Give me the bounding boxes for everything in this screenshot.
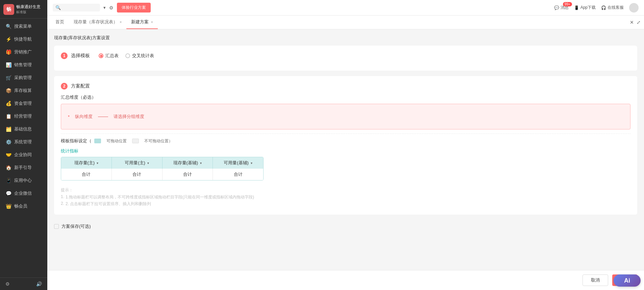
tab-expand-button[interactable]: ⤢ — [637, 20, 641, 25]
sidebar-logo: 畅 畅康通好生意 标准版 — [0, 0, 47, 19]
search-input[interactable] — [62, 5, 96, 10]
tab-new-plan[interactable]: 新建方案 × — [126, 16, 157, 29]
sidebar-item-quick-nav[interactable]: ⚡ 快捷导航 — [0, 33, 47, 46]
tabs-bar: 首页 现存量（库存状况表） × 新建方案 × ✕ ⤢ — [47, 16, 644, 29]
sidebar-nav: 🔍 搜索菜单 ⚡ 快捷导航 🎁 营销推广 📊 销售管理 🛒 采购管理 📦 库存核… — [0, 19, 47, 277]
tab-inventory-close-icon[interactable]: × — [120, 20, 122, 24]
volume-footer-icon[interactable]: 🔊 — [36, 281, 42, 287]
fixed-legend-label: 不可拖动位置） — [144, 138, 173, 144]
app-download-button[interactable]: 📱 App下载 — [574, 5, 596, 10]
sidebar-item-label: 销售管理 — [14, 62, 32, 68]
sidebar-item-sales[interactable]: 📊 销售管理 — [0, 58, 47, 71]
sidebar-item-wechat[interactable]: 💬 企业微信 — [0, 187, 47, 200]
topbar-search-box[interactable]: 🔍 — [53, 4, 100, 11]
phone-icon: 📱 — [574, 5, 579, 10]
tab-inventory-label: 现存量（库存状况表） — [74, 19, 118, 25]
user-avatar[interactable] — [629, 3, 639, 13]
ai-badge[interactable]: Ai — [614, 274, 641, 287]
finance-icon: 💰 — [5, 100, 11, 106]
sidebar-item-basic-info[interactable]: 🗂️ 基础信息 — [0, 123, 47, 136]
settings-footer-icon[interactable]: ⚙ — [5, 281, 10, 287]
sidebar-item-inventory[interactable]: 📦 库存核算 — [0, 84, 47, 97]
bottom-bar: 取消 查询 — [47, 270, 644, 290]
stats-col-1-header[interactable]: 可用量(主) ▾ — [112, 157, 163, 169]
sidebar-item-purchase[interactable]: 🛒 采购管理 — [0, 71, 47, 84]
dim-section-label: 汇总维度（必选） — [61, 94, 630, 100]
sidebar-item-label: 库存核算 — [14, 88, 32, 94]
sidebar-footer: ⚙ 🔊 — [0, 277, 47, 290]
app-logo-icon: 畅 — [3, 4, 14, 15]
sidebar-item-finance[interactable]: 💰 资金管理 — [0, 97, 47, 110]
tab-inventory-status[interactable]: 现存量（库存状况表） × — [69, 16, 126, 29]
sidebar-item-label: 快捷导航 — [14, 36, 32, 42]
sidebar-item-marketing[interactable]: 🎁 营销推广 — [0, 46, 47, 58]
sidebar-item-app-center[interactable]: 📱 应用中心 — [0, 174, 47, 187]
membership-icon: 👑 — [5, 203, 11, 209]
tab-new-plan-label: 新建方案 — [131, 19, 149, 25]
stats-col-2-label: 现存量(基辅) — [173, 160, 198, 166]
save-checkbox[interactable] — [54, 224, 59, 229]
tips-title: 提示： — [61, 187, 630, 193]
app-name: 畅康通好生意 — [16, 4, 41, 10]
topbar-gear-icon[interactable]: ⚙ — [109, 5, 114, 10]
sidebar-item-label: 新手引导 — [14, 165, 32, 171]
app-edition: 标准版 — [16, 10, 41, 15]
radio-summary-label: 汇总表 — [105, 53, 119, 59]
sidebar-item-cooperation[interactable]: 🤝 企业协同 — [0, 148, 47, 161]
stats-col-2-body: 合计 — [163, 169, 213, 180]
tab-home[interactable]: 首页 — [51, 16, 69, 29]
dim-placeholder-text: 请选择分组维度 — [114, 114, 144, 120]
step2-label: 方案配置 — [71, 83, 90, 89]
sidebar-item-label: 经营管理 — [14, 113, 32, 119]
trial-button[interactable]: 体验行业方案 — [117, 3, 151, 13]
chevron-down-icon-0: ▾ — [97, 161, 98, 165]
sidebar-item-label: 企业微信 — [14, 190, 32, 196]
step2-card: 2 方案配置 汇总维度（必选） * 纵向维度 请选择分组维度 模板指标设定（ 可… — [54, 76, 637, 215]
save-option-label: 方案保存(可选) — [61, 223, 91, 229]
sidebar-item-membership[interactable]: 👑 畅会员 — [0, 200, 47, 213]
topbar-dropdown[interactable]: ▾ — [103, 5, 106, 10]
sidebar-item-label: 畅会员 — [14, 203, 27, 209]
dropdown-icon: ▾ — [103, 5, 106, 10]
radio-cross-circle — [125, 53, 130, 58]
online-service-button[interactable]: 🎧 在线客服 — [601, 5, 624, 10]
tab-close-window-button[interactable]: ✕ — [630, 20, 634, 25]
stats-col-0-header[interactable]: 现存量(主) ▾ — [61, 157, 112, 169]
quick-nav-icon: ⚡ — [5, 36, 11, 42]
sidebar-item-label: 资金管理 — [14, 100, 32, 106]
sidebar-item-label: 系统管理 — [14, 139, 32, 145]
topbar-right: 💬 消息 99+ 📱 App下载 🎧 在线客服 — [554, 3, 639, 13]
stats-table-body: 合计 合计 合计 合计 — [61, 169, 263, 180]
cancel-button[interactable]: 取消 — [583, 274, 608, 286]
fixed-legend-box — [132, 139, 139, 143]
dimension-box[interactable]: * 纵向维度 请选择分组维度 — [61, 104, 630, 129]
radio-summary[interactable]: 汇总表 — [99, 53, 119, 59]
tab-home-label: 首页 — [55, 19, 64, 25]
sidebar-item-label: 搜索菜单 — [14, 23, 32, 29]
stats-section-title: 统计指标 — [61, 148, 630, 154]
tpl-label: 模板指标设定（ 可拖动位置 不可拖动位置） — [61, 138, 630, 144]
cooperation-icon: 🤝 — [5, 152, 11, 158]
tips-section: 提示： 1.拖动标题栏可以调整布局，不可跨维度或指标区域拖动栏目字段(只能在同一… — [61, 187, 630, 207]
step1-label: 选择模板 — [71, 53, 90, 59]
stats-col-3-header[interactable]: 可用量(基辅) ▾ — [213, 157, 263, 169]
radio-summary-circle — [99, 53, 103, 58]
sidebar-item-system[interactable]: ⚙️ 系统管理 — [0, 136, 47, 148]
tab-new-plan-close-icon[interactable]: × — [151, 20, 153, 24]
tabs-actions: ✕ ⤢ — [630, 20, 641, 25]
topbar: 🔍 ▾ ⚙ 体验行业方案 💬 消息 99+ 📱 App下载 🎧 在线客服 — [47, 0, 644, 16]
movable-legend-label: 可拖动位置 — [106, 138, 127, 144]
sidebar-item-guide[interactable]: 🏠 新手引导 — [0, 161, 47, 174]
main-area: 🔍 ▾ ⚙ 体验行业方案 💬 消息 99+ 📱 App下载 🎧 在线客服 — [47, 0, 644, 290]
dim-vertical-label: 纵向维度 — [75, 114, 93, 120]
stats-col-2-header[interactable]: 现存量(基辅) ▾ — [163, 157, 213, 169]
operations-icon: 📋 — [5, 113, 11, 119]
chevron-down-icon-3: ▾ — [251, 161, 252, 165]
radio-cross[interactable]: 交叉统计表 — [125, 53, 154, 59]
chevron-down-icon-1: ▾ — [147, 161, 149, 165]
sidebar-item-operations[interactable]: 📋 经营管理 — [0, 110, 47, 123]
message-button[interactable]: 💬 消息 99+ — [554, 5, 569, 10]
page-title: 现存量(库存状况表)方案设置 — [54, 35, 637, 41]
stats-col-1-label: 可用量(主) — [125, 160, 145, 166]
sidebar-item-search-menu[interactable]: 🔍 搜索菜单 — [0, 20, 47, 33]
